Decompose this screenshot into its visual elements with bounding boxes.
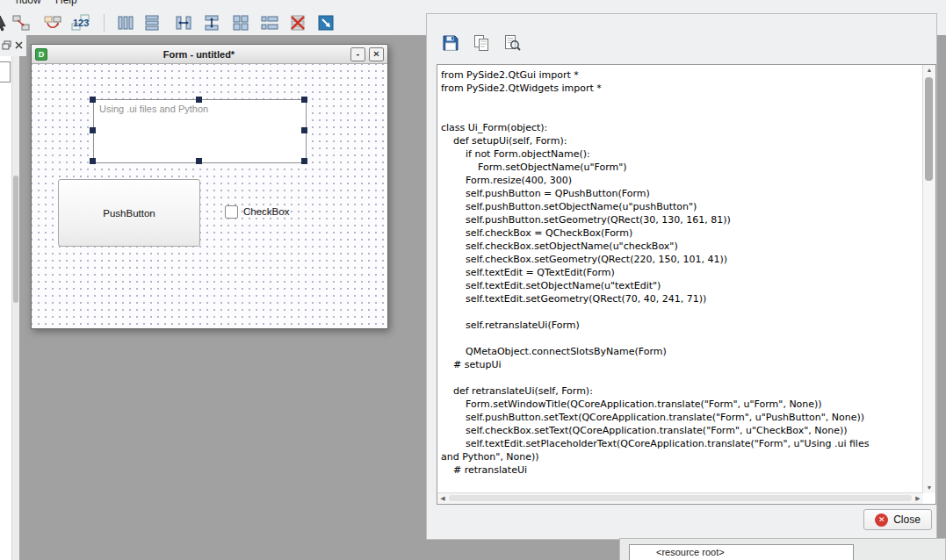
- scroll-down-icon[interactable]: ▼: [923, 483, 935, 493]
- resize-handle-ne[interactable]: [301, 97, 307, 103]
- menu-help[interactable]: Help: [55, 0, 77, 6]
- close-button-label: Close: [893, 513, 921, 526]
- widget-box-scroll-thumb[interactable]: [13, 176, 18, 303]
- checkbox-widget[interactable]: CheckBox: [225, 203, 289, 220]
- vertical-scrollbar[interactable]: ▲ ▼: [922, 65, 935, 493]
- resize-handle-n[interactable]: [196, 97, 202, 103]
- scroll-right-icon[interactable]: ▶: [913, 493, 923, 504]
- dock-float-icon[interactable]: [1, 39, 12, 51]
- window-close-button[interactable]: ✕: [369, 47, 384, 61]
- minimize-button[interactable]: -: [350, 47, 365, 61]
- layout-grid-icon[interactable]: [229, 11, 252, 34]
- edit-tab-order-icon[interactable]: 123: [69, 11, 92, 34]
- checkbox-indicator[interactable]: [225, 205, 238, 219]
- splitter-horizontal-icon[interactable]: [172, 11, 195, 34]
- code-preview-dialog: from PySide2.QtGui import * from PySide2…: [426, 13, 937, 540]
- widgetbox-dock-titlebar: [0, 35, 26, 56]
- pushbutton-widget[interactable]: PushButton: [58, 179, 200, 247]
- code-dialog-toolbar: [439, 32, 524, 54]
- resize-handle-nw[interactable]: [90, 97, 96, 103]
- resource-tree[interactable]: <resource root>: [629, 544, 854, 560]
- resource-root-item[interactable]: <resource root>: [630, 545, 853, 557]
- resize-handle-s[interactable]: [196, 158, 202, 164]
- code-editor[interactable]: from PySide2.QtGui import * from PySide2…: [437, 64, 936, 505]
- horizontal-scrollbar[interactable]: ◀ ▶: [437, 492, 923, 504]
- adjust-size-icon[interactable]: [314, 11, 337, 34]
- find-icon[interactable]: [501, 32, 524, 54]
- form-canvas[interactable]: Using .ui files and Python PushButton Ch…: [32, 64, 387, 328]
- textedit-placeholder: Using .ui files and Python: [94, 100, 306, 118]
- layout-horizontal-icon[interactable]: [114, 11, 137, 34]
- copy-icon[interactable]: [470, 32, 493, 54]
- toolbar-separator: [104, 14, 105, 32]
- resize-handle-w[interactable]: [90, 127, 96, 133]
- save-icon[interactable]: [439, 32, 462, 54]
- edit-signals-slots-icon[interactable]: [10, 11, 32, 34]
- scroll-left-icon[interactable]: ◀: [437, 493, 448, 504]
- dialog-close-button[interactable]: ✕ Close: [863, 509, 932, 530]
- widget-filter-input[interactable]: [0, 61, 11, 83]
- checkbox-label: CheckBox: [243, 206, 289, 217]
- resize-handle-e[interactable]: [301, 127, 307, 133]
- textedit-widget[interactable]: Using .ui files and Python: [93, 99, 307, 163]
- form-window-title: Form - untitled*: [51, 49, 347, 60]
- horizontal-scroll-thumb[interactable]: [449, 495, 912, 501]
- resize-handle-se[interactable]: [301, 158, 307, 164]
- resize-handle-sw[interactable]: [90, 158, 96, 164]
- designer-form-icon: D: [35, 48, 47, 61]
- vertical-scroll-thumb[interactable]: [925, 77, 933, 181]
- edit-buddies-icon[interactable]: [41, 11, 64, 34]
- scroll-up-icon[interactable]: ▲: [923, 65, 935, 75]
- layout-form-icon[interactable]: [258, 11, 281, 34]
- widget-box-panel: [0, 56, 12, 560]
- widget-box-scrollbar[interactable]: [12, 56, 19, 560]
- menu-window[interactable]: ndow: [16, 0, 41, 6]
- splitter-vertical-icon[interactable]: [200, 11, 223, 34]
- break-layout-icon[interactable]: [286, 11, 309, 34]
- resource-editor-window: <resource root>: [619, 538, 946, 560]
- close-circle-icon: ✕: [875, 513, 888, 527]
- form-window-titlebar[interactable]: D Form - untitled* - ✕: [32, 45, 387, 64]
- form-designer-window: D Form - untitled* - ✕ Using .ui files a…: [31, 44, 388, 329]
- svg-text:123: 123: [73, 18, 89, 28]
- dock-close-icon[interactable]: [13, 39, 25, 51]
- generated-code[interactable]: from PySide2.QtGui import * from PySide2…: [437, 65, 924, 480]
- layout-vertical-icon[interactable]: [141, 11, 163, 34]
